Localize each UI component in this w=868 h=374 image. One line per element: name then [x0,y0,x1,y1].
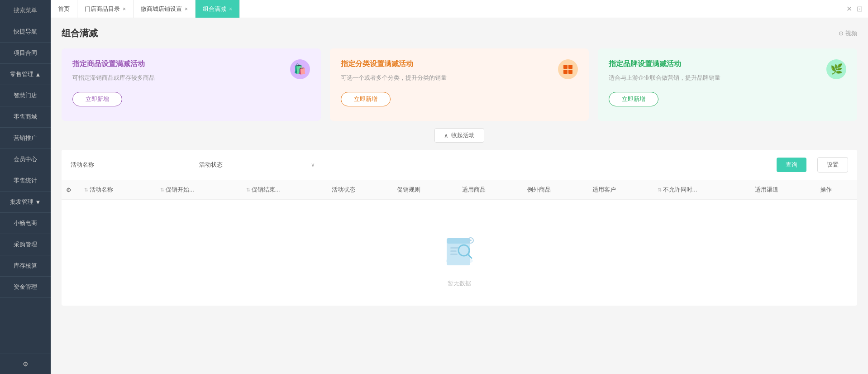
card-category-desc: 可选一个或者多个分类，提升分类的销量 [341,73,578,83]
card-category-add-btn[interactable]: 立即新增 [341,92,391,106]
activities-table: ⚙ 活动名称 促销开始... 促销结束... 活动状态 促销规则 适用商品 例外… [62,180,857,306]
tab-home[interactable]: 首页 [51,0,77,18]
sidebar-item-inventory-calc[interactable]: 库存核算 [0,255,51,277]
tab-store-catalog[interactable]: 门店商品目录 × [77,0,134,18]
svg-rect-9 [450,247,458,249]
sidebar-settings-btn[interactable]: ⚙ [0,354,51,374]
sidebar-item-wholesale-mgmt[interactable]: 批发管理 ▼ [0,192,51,213]
card-brand-icon: 🌿 [826,59,846,79]
sidebar-item-xiaochangec[interactable]: 小畅电商 [0,213,51,234]
card-brand-add-btn[interactable]: 立即新增 [609,92,658,106]
setting-btn[interactable]: 设置 [817,157,848,173]
svg-point-13 [470,240,472,241]
empty-illustration [437,227,482,272]
filter-activity-status-label: 活动状态 [199,161,223,169]
tab-close-combo-discount[interactable]: × [229,6,232,12]
page-title: 组合满减 [62,27,98,39]
th-no-concurrent[interactable]: 不允许同时... [653,180,751,200]
th-promo-rule: 促销规则 [392,180,458,200]
card-product-icon: 🛍️ [290,59,310,79]
th-activity-status: 活动状态 [327,180,392,200]
th-applicable-customer: 适用客户 [588,180,653,200]
video-link[interactable]: ⊙ 视频 [839,29,857,38]
th-promo-start[interactable]: 促销开始... [156,180,242,200]
card-product-desc: 可指定滞销商品或库存较多商品 [72,73,310,83]
filter-activity-name-label: 活动名称 [71,161,94,169]
chevron-up-icon: ∧ [444,132,448,139]
chevron-down-icon: ∨ [311,162,315,168]
window-controls: ✕ ⊡ [841,5,868,13]
th-activity-name[interactable]: 活动名称 [80,180,156,200]
th-promo-end[interactable]: 促销结束... [242,180,328,200]
svg-rect-10 [450,250,457,252]
card-brand-title: 指定品牌设置满减活动 [609,59,846,69]
activity-name-input[interactable] [98,159,188,170]
filter-activity-name: 活动名称 [71,159,188,170]
sidebar-item-project-contract[interactable]: 项目合同 [0,43,51,64]
th-applicable-goods: 适用商品 [458,180,523,200]
table-header: ⚙ 活动名称 促销开始... 促销结束... 活动状态 促销规则 适用商品 例外… [62,180,857,200]
window-close-icon[interactable]: ✕ [846,5,852,13]
chevron-down-icon: ▼ [35,199,41,206]
query-btn[interactable]: 查询 [777,158,806,172]
sidebar-item-retail-mall[interactable]: 零售商城 [0,106,51,128]
sidebar-item-marketing[interactable]: 营销推广 [0,128,51,149]
tab-combo-discount[interactable]: 组合满减 × [196,0,240,18]
activity-status-select[interactable]: ∨ [226,160,317,170]
tab-bar: 首页 门店商品目录 × 微商城店铺设置 × 组合满减 × ✕ ⊡ [51,0,868,18]
sidebar-search[interactable]: 搜索菜单 [0,0,51,21]
window-maximize-icon[interactable]: ⊡ [857,5,863,13]
tab-close-wechat-shop[interactable]: × [185,6,188,12]
svg-rect-1 [568,65,572,69]
sidebar-item-member-center[interactable]: 会员中心 [0,149,51,170]
tab-wechat-shop[interactable]: 微商城店铺设置 × [134,0,196,18]
svg-rect-6 [447,238,470,244]
empty-state: 暂无数据 [62,200,857,306]
th-operation: 操作 [816,180,857,200]
svg-rect-0 [563,65,568,69]
table-body: 暂无数据 [62,200,857,306]
card-category-title: 指定分类设置满减活动 [341,59,578,69]
sidebar: 搜索菜单 快捷导航 项目合同 零售管理 ▲ 智慧门店 零售商城 营销推广 会员中… [0,0,51,374]
th-gear[interactable]: ⚙ [62,180,80,200]
cards-row: 🛍️ 指定商品设置满减活动 可指定滞销商品或库存较多商品 立即新增 指定分类设置… [62,48,857,121]
card-brand-desc: 适合与上游企业联合做营销，提升品牌销量 [609,73,846,83]
card-product-title: 指定商品设置满减活动 [72,59,310,69]
card-brand: 🌿 指定品牌设置满减活动 适合与上游企业联合做营销，提升品牌销量 立即新增 [598,48,857,121]
sidebar-item-retail-stats[interactable]: 零售统计 [0,170,51,192]
card-product-add-btn[interactable]: 立即新增 [72,92,122,106]
chevron-up-icon: ▲ [35,71,41,78]
sidebar-item-quick-nav[interactable]: 快捷导航 [0,21,51,43]
collapse-bar: ∧ 收起活动 [62,128,857,143]
gear-icon: ⚙ [66,187,72,193]
th-applicable-channel: 适用渠道 [750,180,816,200]
empty-text: 暂无数据 [448,279,471,288]
sidebar-item-smart-store[interactable]: 智慧门店 [0,85,51,106]
collapse-activities-btn[interactable]: ∧ 收起活动 [434,128,484,143]
play-circle-icon: ⊙ [839,30,844,37]
svg-rect-3 [568,70,572,74]
gear-icon: ⚙ [23,360,29,368]
th-exception-goods: 例外商品 [523,180,588,200]
card-product: 🛍️ 指定商品设置满减活动 可指定滞销商品或库存较多商品 立即新增 [62,48,321,121]
sidebar-item-retail-mgmt[interactable]: 零售管理 ▲ [0,64,51,85]
main-area: 首页 门店商品目录 × 微商城店铺设置 × 组合满减 × ✕ ⊡ 组合满减 ⊙ … [51,0,868,374]
sidebar-item-purchase-mgmt[interactable]: 采购管理 [0,234,51,255]
page-content: 组合满减 ⊙ 视频 🛍️ 指定商品设置满减活动 可指定滞销商品或库存较多商品 立… [51,18,868,374]
filter-bar: 活动名称 活动状态 ∨ 查询 设置 [62,150,857,180]
card-category: 指定分类设置满减活动 可选一个或者多个分类，提升分类的销量 立即新增 [330,48,589,121]
svg-rect-11 [450,254,458,255]
tab-close-store-catalog[interactable]: × [123,6,126,12]
table-container: ⚙ 活动名称 促销开始... 促销结束... 活动状态 促销规则 适用商品 例外… [62,180,857,306]
page-header: 组合满减 ⊙ 视频 [62,27,857,39]
filter-activity-status: 活动状态 ∨ [199,160,317,170]
sidebar-item-fund-mgmt[interactable]: 资金管理 [0,277,51,298]
svg-rect-2 [563,70,568,74]
